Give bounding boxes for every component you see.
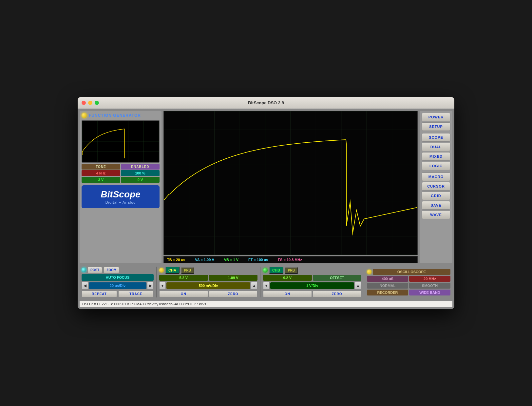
cha-mv-div[interactable]: 1.09 V	[209, 275, 258, 281]
fn-gen-display	[82, 120, 160, 163]
main-row: FUNCTION GENERATOR TONE ENABLED 4 kHz 10…	[80, 111, 452, 263]
smooth-button[interactable]: SMOOTH	[409, 283, 450, 289]
time-bot-row: REPEAT TRACE	[82, 291, 154, 297]
power-button[interactable]: POWER	[422, 113, 450, 121]
cha-zero-button[interactable]: ZERO	[209, 291, 258, 297]
time-increment[interactable]: ▶	[147, 282, 154, 290]
close-button[interactable]	[82, 101, 86, 105]
chb-div-decrement[interactable]: ▼	[263, 282, 270, 290]
time-decrement[interactable]: ◀	[82, 282, 88, 290]
cha-on-button[interactable]: ON	[159, 291, 208, 297]
chb-div-increment[interactable]: ▲	[355, 282, 361, 290]
cha-bot-row: ON ZERO	[159, 291, 257, 297]
repeat-button[interactable]: REPEAT	[82, 291, 117, 297]
status-vb: VB = 1 V	[224, 258, 238, 262]
cha-top-row: CHA PRB	[159, 267, 257, 274]
ch-separator-left	[156, 267, 157, 297]
status-tb: TB = 20 us	[167, 258, 185, 262]
fn-gen-header: FUNCTION GENERATOR	[82, 113, 160, 118]
bottom-panel: POST ZOOM AUTO FOCUS ◀ 20 us/Div ▶ REPEA…	[80, 265, 452, 299]
window-controls	[82, 101, 99, 105]
oscilloscope-title[interactable]: OSCILLOSCOPE	[373, 269, 450, 275]
post-button[interactable]: POST	[87, 267, 102, 273]
app-body: FUNCTION GENERATOR TONE ENABLED 4 kHz 10…	[78, 109, 454, 309]
chb-prb-button[interactable]: PRB	[285, 267, 298, 274]
recorder-button[interactable]: RECORDER	[367, 290, 408, 295]
ch-separator-right	[364, 267, 364, 297]
cha-div-increment[interactable]: ▲	[251, 282, 257, 290]
channel-b-controls: CHB PRB 9.2 V OFFSET ▼ 1 V/Div ▲ ON ZERO	[263, 267, 361, 297]
scope-canvas	[164, 111, 417, 255]
chb-offset[interactable]: OFFSET	[313, 275, 362, 281]
cha-div-decrement[interactable]: ▼	[159, 282, 166, 290]
logic-button[interactable]: LOGIC	[422, 162, 450, 170]
cha-voltage[interactable]: 5.2 V	[159, 275, 208, 281]
chb-div-row: ▼ 1 V/Div ▲	[263, 282, 361, 290]
freq-value[interactable]: 4 kHz	[82, 170, 120, 176]
fn-gen-canvas	[82, 121, 159, 162]
voltage-value[interactable]: 3 V	[82, 177, 120, 183]
titlebar: BitScope DSO 2.8	[78, 97, 454, 109]
auto-focus-button[interactable]: AUTO FOCUS	[82, 274, 154, 281]
cha-prb-button[interactable]: PRB	[181, 267, 194, 274]
cha-div-value[interactable]: 500 mV/Div	[166, 282, 250, 289]
grid-button[interactable]: GRID	[422, 192, 450, 200]
scope-right-top: OSCILLOSCOPE	[367, 269, 450, 275]
scope-button[interactable]: SCOPE	[422, 133, 450, 142]
macro-button[interactable]: MACRO	[422, 173, 450, 181]
cha-val-row: 5.2 V 1.09 V	[159, 275, 257, 281]
channel-a-controls: CHA PRB 5.2 V 1.09 V ▼ 500 mV/Div ▲ ON Z…	[159, 267, 257, 297]
chb-name-button[interactable]: CHB	[269, 267, 283, 274]
scope-right-led	[367, 270, 371, 274]
scope-status-bar: TB = 20 us VA = 1.09 V VB = 1 V FT = 100…	[163, 256, 418, 263]
minimize-button[interactable]	[88, 101, 92, 105]
bitscope-logo-title: BitScope	[87, 189, 154, 200]
zoom-button[interactable]: ZOOM	[104, 267, 119, 273]
mixed-button[interactable]: MIXED	[422, 152, 450, 161]
scope-fs-value[interactable]: 20 MHz	[409, 276, 450, 282]
right-panel: POWER SETUP SCOPE DUAL MIXED LOGIC MACRO…	[420, 111, 452, 263]
chb-voltage[interactable]: 9.2 V	[263, 275, 312, 281]
bitscope-logo-subtitle: Digital + Analog	[87, 200, 154, 204]
cha-name-button[interactable]: CHA	[165, 267, 180, 274]
trace-button[interactable]: TRACE	[118, 291, 154, 297]
wide-band-button[interactable]: WIDE BAND	[409, 290, 450, 295]
fn-gen-title: FUNCTION GENERATOR	[89, 113, 141, 118]
duty-value[interactable]: 100 %	[121, 170, 160, 176]
scope-time-value[interactable]: 400 uS	[367, 276, 408, 282]
app-window: BitScope DSO 2.8 FUNCTION GENERATOR TONE…	[78, 97, 454, 309]
tone-label: TONE	[82, 164, 120, 170]
offset-value[interactable]: 0 V	[121, 177, 160, 183]
status-va: VA = 1.09 V	[195, 258, 214, 262]
enabled-label: ENABLED	[121, 164, 160, 170]
status-bar: DSO 2.8 FE22G BS000501 KU96MA03 /dev/tty…	[80, 301, 452, 307]
chb-top-row: CHB PRB	[263, 267, 361, 274]
chb-val-row: 9.2 V OFFSET	[263, 275, 361, 281]
time-div-row: ◀ 20 us/Div ▶	[82, 282, 154, 290]
time-controls: POST ZOOM AUTO FOCUS ◀ 20 us/Div ▶ REPEA…	[82, 267, 154, 297]
scope-rec-wide-row: RECORDER WIDE BAND	[367, 290, 450, 295]
maximize-button[interactable]	[95, 101, 99, 105]
dual-button[interactable]: DUAL	[422, 143, 450, 151]
status-ft: FT = 100 us	[248, 258, 268, 262]
wave-button[interactable]: WAVE	[422, 211, 450, 219]
cursor-button[interactable]: CURSOR	[422, 182, 450, 191]
time-led	[82, 268, 86, 272]
fn-gen-led	[82, 113, 87, 118]
scope-time-row: 400 uS 20 MHz	[367, 276, 450, 282]
chb-zero-button[interactable]: ZERO	[313, 291, 362, 297]
chb-on-button[interactable]: ON	[263, 291, 312, 297]
status-text: DSO 2.8 FE22G BS000501 KU96MA03 /dev/tty…	[82, 302, 206, 306]
cha-led	[159, 268, 164, 273]
save-button[interactable]: SAVE	[422, 201, 450, 210]
window-title: BitScope DSO 2.8	[248, 100, 284, 105]
time-div-value: 20 us/Div	[89, 282, 146, 289]
status-fs: FS = 19.8 MHz	[278, 258, 302, 262]
setup-button[interactable]: SETUP	[422, 122, 450, 131]
normal-button[interactable]: NORMAL	[367, 283, 408, 289]
chb-div-value[interactable]: 1 V/Div	[270, 282, 354, 289]
left-panel: FUNCTION GENERATOR TONE ENABLED 4 kHz 10…	[80, 111, 162, 263]
bitscope-logo: BitScope Digital + Analog	[82, 185, 160, 208]
time-top-row: POST ZOOM	[82, 267, 154, 273]
fn-controls: TONE ENABLED 4 kHz 100 % 3 V 0 V	[82, 164, 160, 183]
